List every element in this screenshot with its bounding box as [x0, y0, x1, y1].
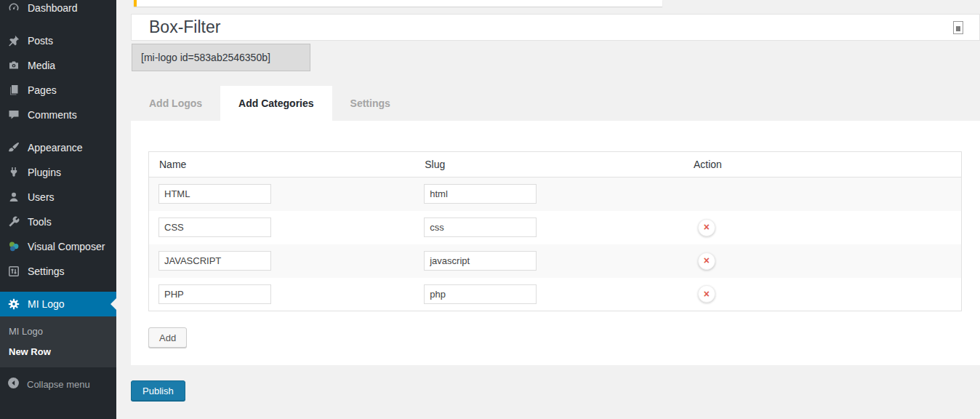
publish-button[interactable]: Publish: [131, 380, 185, 401]
sidebar-item-posts[interactable]: Posts: [0, 28, 116, 53]
plug-icon: [7, 166, 20, 179]
sidebar-item-plugins[interactable]: Plugins: [0, 160, 116, 185]
pages-icon: [7, 84, 20, 97]
sidebar-item-label: Settings: [28, 266, 65, 277]
table-row: ×: [149, 278, 962, 311]
sidebar-item-label: Pages: [28, 84, 57, 96]
sidebar-item-label: Comments: [28, 109, 77, 121]
pin-icon: [7, 34, 20, 47]
category-name-input[interactable]: [158, 251, 271, 271]
column-header-name: Name: [149, 152, 415, 177]
sidebar-item-label: Posts: [28, 35, 53, 47]
tab-add-categories[interactable]: Add Categories: [220, 86, 332, 121]
submenu-item-mi-logo[interactable]: MI Logo: [0, 322, 116, 342]
sidebar-item-label: Appearance: [28, 142, 83, 153]
table-header-row: Name Slug Action: [149, 152, 962, 177]
tab-bar: Add Logos Add Categories Settings: [131, 86, 409, 121]
delete-category-button[interactable]: ×: [698, 252, 715, 270]
admin-sidebar: Dashboard Posts Media Pages Comments App…: [0, 0, 116, 419]
table-row: ×: [149, 244, 962, 278]
tab-settings[interactable]: Settings: [332, 86, 409, 121]
sidebar-item-comments[interactable]: Comments: [0, 103, 116, 127]
sliders-icon: [7, 265, 20, 278]
sidebar-item-label: MI Logo: [28, 298, 65, 310]
visual-composer-icon: [7, 240, 20, 253]
delete-category-button[interactable]: ×: [698, 219, 715, 236]
sidebar-item-mi-logo[interactable]: MI Logo: [0, 292, 116, 316]
sidebar-item-label: Media: [28, 60, 55, 71]
sidebar-item-settings[interactable]: Settings: [0, 259, 116, 284]
dashboard-icon: [7, 1, 20, 15]
admin-content: [mi-logo id=583ab2546350b] Add Logos Add…: [116, 0, 980, 419]
comment-icon: [7, 108, 20, 121]
user-icon: [7, 191, 20, 204]
shortcode-field[interactable]: [mi-logo id=583ab2546350b]: [132, 44, 310, 71]
sidebar-item-label: Plugins: [28, 167, 61, 178]
category-name-input[interactable]: [158, 284, 271, 304]
sidebar-item-tools[interactable]: Tools: [0, 210, 116, 234]
collapse-menu-label: Collapse menu: [27, 379, 90, 390]
title-input[interactable]: [132, 17, 953, 37]
brush-icon: [7, 141, 20, 154]
sidebar-item-users[interactable]: Users: [0, 185, 116, 210]
x-icon: ×: [704, 255, 710, 266]
category-slug-input[interactable]: [424, 284, 537, 304]
sidebar-item-media[interactable]: Media: [0, 53, 116, 78]
sidebar-item-dashboard[interactable]: Dashboard: [0, 0, 116, 20]
sidebar-item-visual-composer[interactable]: Visual Composer: [0, 234, 116, 259]
sidebar-item-label: Dashboard: [28, 2, 78, 14]
add-category-button[interactable]: Add: [148, 327, 187, 348]
wrench-icon: [7, 215, 20, 228]
sidebar-item-label: Visual Composer: [28, 241, 105, 252]
sidebar-item-pages[interactable]: Pages: [0, 78, 116, 103]
mi-logo-submenu: MI Logo New Row: [0, 316, 116, 367]
sidebar-item-label: Users: [28, 191, 55, 203]
delete-category-button[interactable]: ×: [698, 285, 715, 303]
collapse-arrow-icon: [7, 377, 20, 391]
camera-icon: [7, 59, 20, 72]
category-name-input[interactable]: [158, 184, 271, 204]
categories-table: Name Slug Action ×: [148, 151, 962, 311]
category-slug-input[interactable]: [424, 251, 537, 271]
sidebar-item-appearance[interactable]: Appearance: [0, 135, 116, 160]
admin-notice: [134, 0, 662, 7]
document-icon[interactable]: [953, 21, 963, 34]
table-row: [149, 177, 962, 211]
title-bar: [131, 14, 980, 41]
submenu-item-new-row[interactable]: New Row: [0, 342, 116, 362]
sidebar-item-label: Tools: [28, 216, 52, 228]
column-header-slug: Slug: [414, 152, 683, 177]
category-name-input[interactable]: [158, 218, 271, 237]
collapse-menu-button[interactable]: Collapse menu: [0, 372, 116, 396]
gear-icon: [7, 298, 20, 311]
menu-separator: [0, 20, 116, 28]
column-header-action: Action: [683, 152, 962, 177]
categories-panel: Name Slug Action ×: [131, 121, 980, 365]
menu-separator: [0, 127, 116, 135]
x-icon: ×: [704, 288, 710, 300]
x-icon: ×: [704, 221, 710, 233]
menu-separator: [0, 284, 116, 292]
category-slug-input[interactable]: [424, 218, 537, 237]
table-row: ×: [149, 211, 962, 244]
tab-add-logos[interactable]: Add Logos: [131, 86, 220, 121]
category-slug-input[interactable]: [424, 184, 537, 204]
